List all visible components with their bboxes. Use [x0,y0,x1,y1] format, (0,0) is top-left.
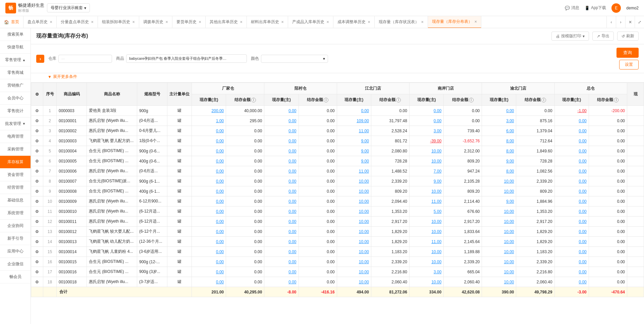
cell-factory-qty[interactable]: 1.00 [192,116,226,126]
sidebar-item-corp[interactable]: 企业协同 [0,220,31,232]
product-input[interactable]: babycare孕妇待产包 春季入院全套母子组合孕妇产后冬季月子用品 22件套 … [126,54,247,63]
nav-tab-8[interactable]: 成本调整单历史 ✕ [333,16,375,28]
cell-total-qty[interactable]: 0.00 [554,126,589,136]
tab-close-6[interactable]: ✕ [281,20,284,24]
cell-jiangbei-qty[interactable]: 109.00 [337,116,371,126]
cell-jiangbei-qty[interactable]: 10.00 [337,196,371,206]
cell-factory-qty[interactable]: 0.00 [192,176,226,186]
cell-factory-qty[interactable]: 0.00 [192,257,226,267]
sidebar-item-ecommerce[interactable]: 电商管理 [0,130,31,143]
cell-jiangbei-qty[interactable]: 10.00 [337,277,371,287]
cell-factory-qty[interactable]: 0.00 [192,247,226,257]
settings-button[interactable]: 设置 [619,60,639,70]
tab-close-7[interactable]: ✕ [326,20,329,24]
cell-gear[interactable]: ⚙ [31,146,43,156]
cell-yubei-qty[interactable]: 10.00 [482,257,516,267]
sidebar-item-inventory[interactable]: 库存核算 [0,156,31,169]
cell-mo-qty[interactable]: 0.00 [264,136,299,146]
cell-jiangbei-qty[interactable]: 10.00 [337,227,371,237]
avatar[interactable]: E [611,3,621,13]
sidebar-item-wholesale[interactable]: 批发管理 ▼ [0,118,31,130]
cell-total-qty[interactable]: 0.00 [554,217,589,227]
cell-total-qty[interactable]: 0.00 [554,156,589,166]
cell-mo-qty[interactable]: 0.00 [264,257,299,267]
nav-close-all-button[interactable]: ✕ [625,16,635,28]
tab-close-1[interactable]: ✕ [91,20,94,24]
cell-jiangbei-qty[interactable]: 10.00 [337,247,371,257]
th-gear[interactable]: ⚙ [31,83,43,106]
cell-mo-qty[interactable]: 0.00 [264,196,299,206]
cell-mo-qty[interactable]: 0.00 [264,186,299,196]
cell-nanan-qty[interactable]: 9.00 [409,176,443,186]
cell-yubei-qty[interactable]: 0.00 [482,106,516,116]
sidebar-item-operations[interactable]: 经营管理 [0,181,31,194]
nav-tab-2[interactable]: 组装拆卸单历史 ✕ [98,16,139,28]
filter-expand-button[interactable]: › [36,55,44,63]
cell-mo-qty[interactable]: 0.00 [264,126,299,136]
cell-mo-qty[interactable]: 0.00 [264,237,299,247]
cell-total-qty[interactable]: 0.00 [554,206,589,217]
color-input[interactable]: ▾ [261,55,328,63]
tab-close-3[interactable]: ✕ [165,20,168,24]
cell-total-qty[interactable]: 0.00 [554,277,589,287]
cell-factory-qty[interactable]: 0.00 [192,146,226,156]
tab-close-8[interactable]: ✕ [368,20,370,24]
info-icon-yubei[interactable]: i [541,98,546,102]
cell-total-qty[interactable]: 0.00 [554,146,589,156]
info-icon-jiangbei[interactable]: i [396,98,401,102]
cell-yubei-qty[interactable]: 10.00 [482,227,516,237]
cell-gear[interactable]: ⚙ [31,247,43,257]
sidebar-item-search[interactable]: 搜索英单 [0,28,31,41]
sidebar-item-newguide[interactable]: 新手引导 [0,232,31,245]
cell-yubei-qty[interactable]: 10.00 [482,206,516,217]
cell-mo-qty[interactable]: 0.00 [264,156,299,166]
sidebar-item-system[interactable]: 系统管理 [0,207,31,220]
cell-yubei-qty[interactable]: 9.00 [482,156,516,166]
cell-factory-qty[interactable]: 0.00 [192,136,226,146]
nav-next-button[interactable]: › [616,16,625,28]
cell-total-qty[interactable]: 0.00 [554,237,589,247]
nav-expand-button[interactable]: ⤢ [635,16,644,28]
cell-factory-qty[interactable]: 0.00 [192,227,226,237]
cell-yubei-qty[interactable]: 10.00 [482,186,516,196]
cell-factory-qty[interactable]: 0.00 [192,267,226,277]
nav-tab-3[interactable]: 调拨单历史 ✕ [139,16,172,28]
sidebar-item-retailshop[interactable]: 零售商城 [0,66,31,79]
cell-gear[interactable]: ⚙ [31,106,43,116]
cell-yubei-qty[interactable]: 10.00 [482,277,516,287]
tab-close-4[interactable]: ✕ [199,20,201,24]
cell-mo-qty[interactable]: 0.00 [264,267,299,277]
cell-yubei-qty[interactable]: 10.00 [482,247,516,257]
message-button[interactable]: 💬 消息 [565,5,579,11]
cell-yubei-qty[interactable]: 10.00 [482,267,516,277]
nav-tab-6[interactable]: 材料出库单历史 ✕ [247,16,288,28]
sidebar-item-wechat[interactable]: 企业微信 [0,258,31,271]
cell-yubei-qty[interactable]: 8.00 [482,146,516,156]
cell-gear[interactable]: ⚙ [31,136,43,146]
sidebar-item-member[interactable]: 会员中心 [0,92,31,105]
cell-gear[interactable]: ⚙ [31,267,43,277]
cell-gear[interactable]: ⚙ [31,116,43,126]
cell-mo-qty[interactable]: 0.00 [264,146,299,156]
cell-mo-qty[interactable]: 0.00 [264,166,299,176]
cell-mo-qty[interactable]: 0.00 [264,277,299,287]
cell-gear[interactable]: ⚙ [31,206,43,217]
warehouse-input[interactable]: ··· [58,55,112,63]
cell-gear[interactable]: ⚙ [31,186,43,196]
cell-yubei-qty[interactable]: 6.00 [482,126,516,136]
cell-nanan-qty[interactable]: -39.00 [409,136,443,146]
cell-total-qty[interactable]: -1.00 [554,106,589,116]
cell-total-qty[interactable]: 0.00 [554,267,589,277]
cell-nanan-qty[interactable]: 11.00 [409,196,443,206]
cell-total-qty[interactable]: 0.00 [554,166,589,176]
cell-total-qty[interactable]: 0.00 [554,176,589,186]
cell-gear[interactable]: ⚙ [31,257,43,267]
sidebar-item-marketing[interactable]: 营销推广 [0,79,31,92]
cell-factory-qty[interactable]: 0.00 [192,186,226,196]
cell-yubei-qty[interactable]: 3.00 [482,116,516,126]
cell-total-qty[interactable]: 0.00 [554,227,589,237]
info-icon-factory[interactable]: i [251,98,256,102]
cell-jiangbei-qty[interactable]: 0.00 [337,106,371,116]
cell-gear[interactable]: ⚙ [31,176,43,186]
cell-factory-qty[interactable]: 200.00 [192,106,226,116]
